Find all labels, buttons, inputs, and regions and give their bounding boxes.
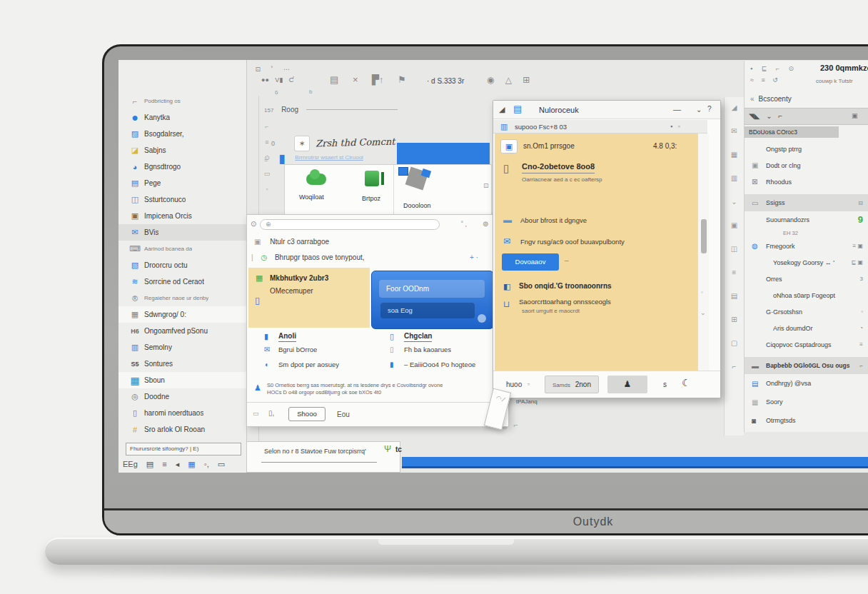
toolbar-icons-group-b[interactable]: ●● V▮ Ƈ [261, 76, 293, 84]
contact-button[interactable]: ♟ [607, 376, 647, 393]
toolbar-icons-group-d[interactable]: ◉ △ ⊞ [487, 75, 530, 85]
panel-toolbar-right-icon[interactable]: ▣ [852, 112, 858, 119]
sidebar-item[interactable]: ✉ BVis [118, 224, 246, 241]
sidebar-search-input[interactable]: Fhurursrcrlé sifoomgy? | E) [126, 443, 241, 455]
rail-module-icon[interactable]: ▥ [725, 168, 744, 191]
panel-row[interactable]: ▦ Soory [745, 393, 868, 411]
panel-row[interactable]: ⊠ Rhoodus [745, 173, 868, 190]
rail-module-icon[interactable]: ⌄ [725, 191, 744, 215]
rail-module-icon[interactable]: ◢ [725, 97, 744, 121]
pinned-title[interactable]: Mkbhutkyv 2ubr3 [270, 274, 328, 282]
sidebar-item[interactable]: H6 Ongoamfved pSonu [118, 323, 246, 339]
option-row[interactable]: ▬ Abour bfrost it dgngve [495, 209, 699, 231]
rail-module-icon[interactable]: ▣ [725, 215, 744, 238]
panel-row[interactable]: G·Grsotshsn ▫ [745, 303, 868, 320]
palette-search-input[interactable]: ⊕ [260, 219, 440, 230]
column-row-label: – EaiiiOoo4 Po hogteoe [404, 361, 475, 368]
column-row[interactable]: ✉ Bgrui bOrroe [247, 342, 375, 357]
panel-row[interactable]: ▣ Dodt or clng [745, 157, 868, 173]
sidebar-item[interactable]: ◕ Bgnsdtrogo [118, 158, 246, 175]
panel-row[interactable]: Ongstp ptrrg [745, 141, 868, 157]
palette-right-icons[interactable]: ˚ , [461, 221, 467, 228]
panel-row[interactable]: Ciqopvoc Gsptadrougs ≡ [745, 336, 868, 353]
card-label[interactable]: Doooloon [403, 202, 431, 209]
dialog-tab-row[interactable]: ▥ supooo Fsc+8 03 ▪ ◦ [493, 120, 707, 134]
rail-module-icon[interactable]: ≡ [725, 262, 744, 286]
sidebar-item-label: Kanytka [144, 114, 170, 121]
column-row[interactable]: ▯ Fh ba kaoarues [373, 342, 490, 357]
card-label[interactable]: Woqiloat [299, 193, 324, 201]
panel-row[interactable]: Aris doumdOr ◔ [745, 320, 868, 336]
primary-option-button[interactable]: Foor OODnm [379, 280, 485, 298]
sidebar-item[interactable]: ▨ Bsogdalrser, [118, 126, 246, 142]
toolbar-icons-group-c[interactable]: ▤ × ▛↑ ⚑ [330, 74, 406, 85]
panel-row-icon: ▤ [752, 380, 766, 388]
rail-module-icon[interactable]: ▤ [725, 286, 744, 309]
panel-toolbar-icons[interactable]: ◥◣ ⌄ ⌐ [749, 112, 782, 120]
book-icon: ▮ [264, 332, 268, 341]
panel-row[interactable]: Orres 3 [745, 271, 868, 287]
send-button[interactable]: Samds 2non [545, 376, 599, 393]
faded-link-text[interactable]: Brrnrotrsr wsaert st Clruool [295, 154, 363, 161]
panel-row[interactable]: Yosekogy Goorsy ↔ ' ⊑ ▣ [745, 254, 868, 271]
panel-row[interactable]: EH 32 [745, 228, 868, 238]
sidebar-item[interactable]: S5 Sontures [118, 356, 246, 372]
rail-module-icon[interactable]: ▦ [725, 144, 744, 168]
sidebar-item[interactable]: ® Regaieher naoe ur denby [118, 290, 246, 306]
drag-handle-dot[interactable] [478, 314, 486, 323]
column-row[interactable]: ◖ Sm dpot per aosuey [247, 357, 375, 372]
sidebar-item[interactable]: ⌨ Aarinod bcanea da [118, 241, 246, 257]
sidebar-item[interactable]: ▯ haromi noerdtuaos [118, 405, 246, 421]
panel-row[interactable]: ▭ Ssigss ⊟ [745, 194, 868, 211]
sidebar-item[interactable]: ≋ Sorrcine od Ceraot [118, 273, 246, 290]
panel-selected-row[interactable]: BDoUosa COroc3 [745, 126, 839, 138]
target-icon[interactable]: ⊙ [251, 220, 256, 228]
plus-icon[interactable]: + · [470, 253, 478, 261]
sidebar-bottom-icons[interactable]: ◦, ▭ [204, 460, 225, 468]
column-row[interactable]: ▮ – EaiiiOoo4 Po hogteoe [373, 357, 490, 372]
panel-row[interactable]: Suournandozrs 9 [745, 211, 868, 228]
record-icon[interactable]: ⊚ [483, 220, 488, 228]
tab-right-icons[interactable]: ▪ ◦ [670, 123, 680, 130]
palette-row[interactable]: ▣ Ntulr c3 oarrabgoe [254, 238, 329, 246]
minimize-button[interactable]: — [673, 105, 681, 114]
monitor-icon[interactable]: ▦ [188, 460, 195, 468]
panel-row[interactable]: oNhoa s0arp Fogeopt [745, 287, 868, 303]
panel-row[interactable]: ▤ Ondhrgy) @vsa [745, 374, 868, 393]
panel-row[interactable]: ▬ Bapbebb OGlo0GL Osu ougs ⌐ [745, 357, 868, 374]
scrollbar-thumb[interactable] [701, 219, 707, 253]
rail-module-icon[interactable]: ◫ [725, 238, 744, 262]
sidebar-item[interactable]: ● Kanytka [118, 109, 246, 126]
image-chip-icon[interactable]: ▣ [500, 139, 518, 153]
panel-row[interactable]: ◍ Fmegoork ≡ ▣ [745, 238, 868, 254]
rail-module-icon[interactable]: ✉ [725, 121, 744, 144]
palette-row[interactable]: | ◷ Bhrupgr tpaos ove tonypout, [251, 253, 365, 261]
restore-button[interactable]: ⌄ [696, 106, 702, 114]
sidebar-item[interactable]: ▣ Impicena Orcis [118, 208, 246, 224]
sidebar-item[interactable]: ◪ Sabjns [118, 142, 246, 158]
download-button[interactable]: Dovoaaov [502, 253, 559, 271]
rail-module-icon[interactable]: ⊞ [725, 309, 744, 333]
rail-module-icon[interactable]: ⌐ [725, 356, 744, 380]
panel-row[interactable]: ◙ Otrmgtsds [745, 411, 868, 430]
sidebar-item[interactable]: ◫ Ssturtconuco [118, 191, 246, 208]
pinned-subtitle[interactable]: OMecemuper [270, 287, 313, 295]
sidebar-item[interactable]: ▥ Semolny [118, 339, 246, 356]
dialog-titlebar[interactable]: ◢ ▤ Nuloroceuk — ⌄ ? [493, 101, 720, 119]
sidebar-item[interactable]: # Sro arlok Ol Rooan [118, 421, 246, 438]
crescent-icon[interactable]: ☾ [682, 377, 691, 388]
show-button[interactable]: Shooo [288, 407, 326, 421]
sidebar-item[interactable]: ▦ Sdwngrog/ 0: [118, 306, 246, 323]
sidebar-item[interactable]: ⌐ Podbricting os [118, 93, 246, 109]
help-button[interactable]: ? [707, 105, 712, 113]
sidebar-item[interactable]: ◎ Doodne [118, 388, 246, 405]
sidebar-bottom-icons[interactable]: EEg ▤ ≡ ◂ [123, 460, 179, 468]
dialog-scrollbar[interactable]: ◦ ⌄ [697, 134, 709, 371]
option-row[interactable]: ✉ Fngv rusg/ac9 ooof buuavpulbonty [495, 231, 699, 252]
card-label[interactable]: Brtpoz [362, 195, 380, 202]
secondary-option-button[interactable]: soa Eog [380, 303, 475, 318]
sidebar-item[interactable]: ▤ Pege [118, 175, 246, 191]
sidebar-item[interactable]: ▧ Droorcru octu [118, 257, 246, 273]
rail-module-icon[interactable]: ▢ [725, 333, 744, 356]
sidebar-item[interactable]: ▦ Sboun [118, 372, 246, 388]
